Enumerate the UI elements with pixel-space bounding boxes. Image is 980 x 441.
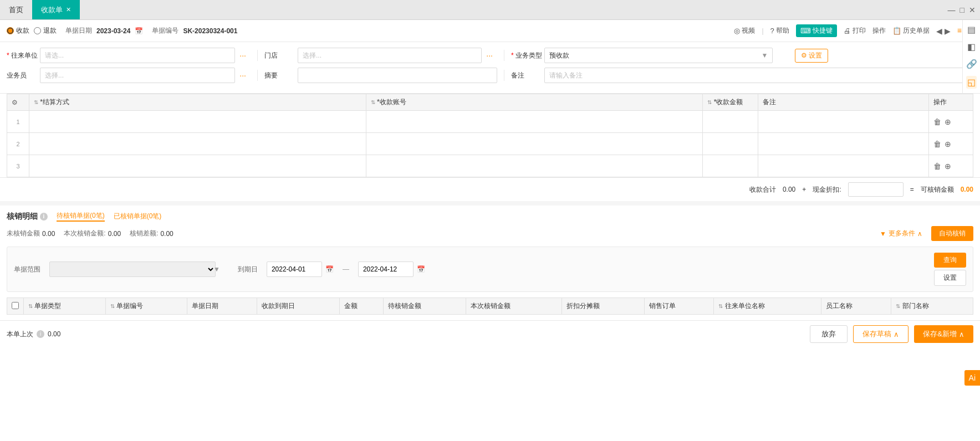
receipt-radio-label: 收款	[16, 26, 29, 35]
calendar-start-icon[interactable]: 📅	[325, 265, 334, 273]
row-copy-3[interactable]: ⊕	[945, 162, 951, 171]
staff-input[interactable]	[40, 68, 235, 83]
current-last-label: 本单上次	[7, 330, 33, 339]
range-label: 单据范围	[14, 265, 40, 274]
row-delete-3[interactable]: 🗑	[933, 162, 941, 171]
reconcile-info-icon[interactable]: i	[40, 213, 48, 221]
video-icon: ◎	[734, 27, 740, 35]
date-range-separator: —	[343, 265, 349, 273]
shortcut-btn[interactable]: ⌨ 快捷键	[796, 24, 837, 37]
row-amount-2[interactable]	[703, 133, 758, 155]
summary-input[interactable]	[298, 68, 497, 83]
video-btn[interactable]: ◎ 视频	[734, 26, 755, 35]
history-btn[interactable]: 📋 历史单据	[892, 26, 930, 35]
sidebar-expand-icon[interactable]: ◱	[966, 76, 977, 89]
range-select[interactable]	[49, 261, 216, 277]
staff-more-btn[interactable]: ···	[235, 71, 251, 80]
settings-icon: ⚙	[801, 52, 807, 59]
col-action: 操作	[929, 94, 973, 111]
partner-input[interactable]	[40, 48, 235, 63]
summary-row: 收款合计 0.00 + 现金折扣: = 可核销金额 0.00	[0, 177, 980, 201]
sidebar-panel-icon[interactable]: ◧	[967, 42, 976, 52]
footer-info-icon[interactable]: i	[37, 330, 44, 338]
done-tab[interactable]: 已核销单据(0笔)	[114, 212, 162, 221]
current-stat: 本次核销金额: 0.00	[64, 229, 121, 238]
partner-more-btn[interactable]: ···	[235, 51, 251, 60]
ai-badge[interactable]: Ai	[964, 370, 980, 386]
calendar-icon[interactable]: 📅	[135, 27, 143, 35]
sidebar-link-icon[interactable]: 🔗	[966, 59, 977, 69]
help-btn[interactable]: ? 帮助	[770, 26, 789, 35]
window-minimize[interactable]: —	[948, 6, 956, 14]
sidebar-table-icon[interactable]: ▤	[967, 24, 976, 35]
table-row: 3 🗑 ⊕	[7, 155, 973, 177]
refund-radio-input[interactable]	[34, 27, 41, 34]
col-due-date: 收款到期日	[257, 298, 340, 315]
save-new-btn[interactable]: 保存&新增 ∧	[914, 325, 973, 343]
row-settlement-3[interactable]	[29, 155, 366, 177]
row-remark-1[interactable]	[758, 111, 929, 133]
store-more-btn[interactable]: ···	[482, 51, 497, 60]
select-all-checkbox[interactable]	[12, 302, 19, 309]
row-copy-1[interactable]: ⊕	[945, 117, 951, 126]
date-start-input[interactable]	[267, 261, 322, 277]
refund-radio[interactable]: 退款	[34, 26, 57, 35]
row-remark-3[interactable]	[758, 155, 929, 177]
more-conditions-label: 更多条件	[889, 229, 915, 238]
operation-btn[interactable]: 操作	[872, 26, 886, 35]
row-account-1[interactable]	[366, 111, 703, 133]
discount-input[interactable]	[848, 182, 904, 197]
list-view-icon[interactable]: ≡	[957, 26, 962, 36]
row-account-3[interactable]	[366, 155, 703, 177]
abandon-btn[interactable]: 放弃	[810, 325, 848, 343]
print-btn[interactable]: 🖨 打印	[844, 26, 866, 35]
doc-date-field: 单据日期 2023-03-24 📅	[65, 26, 143, 35]
query-btn[interactable]: 查询	[934, 253, 966, 268]
due-date-label: 到期日	[238, 265, 258, 274]
window-close[interactable]: ✕	[969, 6, 976, 14]
date-end-input[interactable]	[358, 261, 414, 277]
row-delete-1[interactable]: 🗑	[933, 117, 941, 126]
filter-icon: ▼	[880, 230, 886, 238]
receipt-radio[interactable]: 收款	[7, 26, 29, 35]
row-delete-2[interactable]: 🗑	[933, 140, 941, 148]
business-type-dropdown[interactable]: ▼	[761, 52, 768, 59]
row-remark-2[interactable]	[758, 133, 929, 155]
row-no-1: 1	[7, 111, 29, 133]
tab-receipt-label: 收款单	[41, 5, 63, 15]
more-conditions-btn[interactable]: ▼ 更多条件 ∧	[880, 229, 922, 238]
partner-field: 往来单位 ···	[7, 48, 251, 63]
tab-receipt[interactable]: 收款单 ✕	[32, 0, 80, 19]
tab-close-icon[interactable]: ✕	[66, 6, 71, 13]
reconcile-settings-btn[interactable]: 设置	[934, 270, 966, 286]
receipt-radio-input[interactable]	[7, 27, 14, 34]
save-draft-btn[interactable]: 保存草稿 ∧	[853, 325, 908, 343]
col-account: ⇅ *收款账号	[366, 94, 703, 111]
row-amount-1[interactable]	[703, 111, 758, 133]
doc-date-label: 单据日期	[65, 26, 92, 35]
tab-home[interactable]: 首页	[0, 0, 32, 19]
remark-input[interactable]	[544, 68, 973, 83]
reconcile-title: 核销明细 i	[7, 212, 48, 222]
refund-radio-label: 退款	[43, 26, 57, 35]
store-input[interactable]	[298, 48, 482, 63]
row-no-2: 2	[7, 133, 29, 155]
col-doc-date: 单据日期	[187, 298, 257, 315]
current-last-value: 0.00	[48, 330, 60, 338]
store-label: 门店	[264, 51, 298, 60]
pending-tab[interactable]: 待核销单据(0笔)	[57, 211, 105, 222]
calendar-end-icon[interactable]: 📅	[417, 265, 425, 273]
row-settlement-2[interactable]	[29, 133, 366, 155]
row-account-2[interactable]	[366, 133, 703, 155]
row-copy-2[interactable]: ⊕	[945, 140, 951, 148]
window-maximize[interactable]: □	[960, 6, 964, 14]
col-sales-order: 销售订单	[644, 298, 714, 315]
auto-reconcile-btn[interactable]: 自动核销	[931, 226, 973, 241]
table-settings-icon[interactable]: ⚙	[12, 99, 18, 106]
settings-button[interactable]: ⚙ 设置	[795, 49, 828, 63]
next-arrow[interactable]: ▶	[945, 27, 951, 35]
row-settlement-1[interactable]	[29, 111, 366, 133]
prev-arrow[interactable]: ◀	[936, 27, 942, 35]
row-amount-3[interactable]	[703, 155, 758, 177]
main-content: 收款 退款 单据日期 2023-03-24 📅 单据编号 SK-20230324…	[0, 20, 980, 441]
